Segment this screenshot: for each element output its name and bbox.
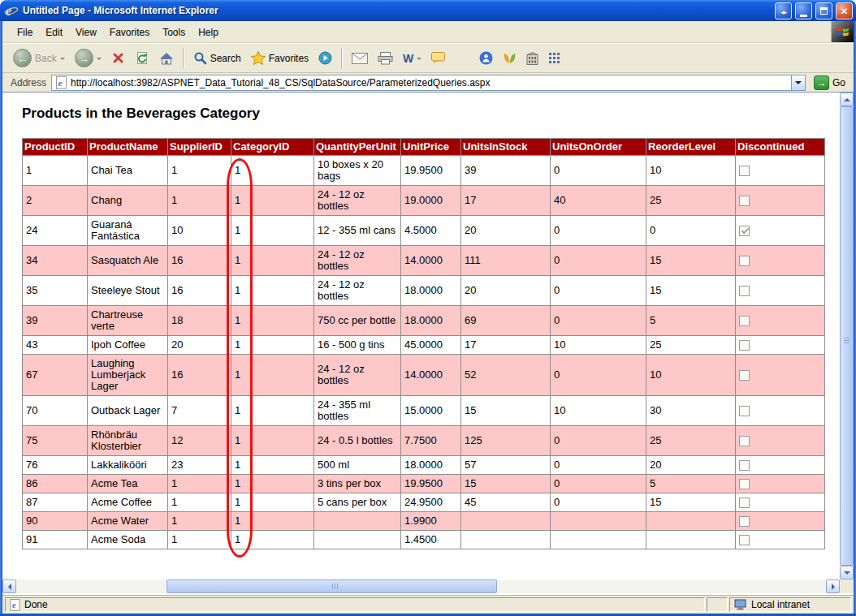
table-cell: 4.5000 — [401, 216, 461, 246]
vertical-scroll-thumb[interactable] — [840, 106, 854, 566]
scroll-down-button[interactable] — [840, 566, 854, 579]
table-cell: 1 — [231, 475, 314, 493]
horizontal-scroll-thumb[interactable] — [166, 579, 497, 593]
window-maximize-button[interactable] — [815, 2, 832, 19]
menu-item-tools[interactable]: Tools — [156, 24, 192, 41]
stop-button[interactable] — [107, 49, 129, 67]
vertical-scrollbar[interactable] — [840, 93, 854, 579]
address-input[interactable]: e http://localhost:3982/ASPNET_Data_Tuto… — [51, 75, 806, 91]
address-dropdown-button[interactable] — [791, 75, 805, 90]
table-cell: 0 — [551, 216, 646, 246]
discontinued-cell — [736, 216, 825, 246]
table-cell: 1 — [231, 531, 314, 549]
favorites-icon — [251, 51, 266, 65]
table-cell: 7.7500 — [401, 426, 461, 456]
window-title: Untitled Page - Microsoft Internet Explo… — [23, 5, 218, 16]
search-button[interactable]: Search — [189, 49, 245, 67]
home-icon — [159, 52, 174, 65]
table-cell: 1 — [231, 456, 314, 475]
discontinued-checkbox — [739, 498, 750, 508]
horizontal-scrollbar[interactable] — [2, 579, 840, 593]
menu-item-file[interactable]: File — [11, 24, 39, 41]
scroll-up-button[interactable] — [840, 93, 854, 106]
table-cell: 0 — [551, 306, 646, 336]
table-cell: 24 - 12 oz bottles — [314, 355, 401, 396]
media-button[interactable] — [314, 49, 336, 67]
table-cell: 87 — [23, 493, 88, 512]
table-cell: 1.9900 — [401, 512, 461, 531]
table-cell — [551, 531, 646, 549]
page-content: Products in the Beverages Category Produ… — [2, 93, 854, 595]
print-button[interactable] — [374, 50, 397, 67]
go-label: Go — [832, 77, 845, 88]
home-button[interactable] — [155, 50, 178, 67]
table-cell: 500 ml — [314, 456, 401, 475]
table-cell: 19.9500 — [401, 475, 461, 493]
grid-icon — [548, 52, 560, 64]
window-minimize-button[interactable] — [795, 2, 812, 19]
window-controls — [775, 2, 853, 19]
discontinued-checkbox — [739, 535, 750, 545]
table-cell: Acme Tea — [88, 475, 168, 493]
research-button[interactable] — [522, 50, 543, 67]
toolbar: Back Search Favorites — [2, 43, 854, 73]
computer-icon — [734, 599, 747, 610]
status-pane-spacer — [707, 597, 728, 612]
messenger-button[interactable] — [475, 49, 497, 67]
table-cell: Outback Lager — [88, 396, 168, 426]
forward-button[interactable] — [71, 46, 106, 70]
table-cell: 45 — [461, 493, 551, 512]
stop-icon — [111, 51, 125, 65]
table-cell: 15 — [646, 493, 736, 512]
refresh-button[interactable] — [131, 49, 153, 67]
table-cell: Acme Soda — [88, 531, 168, 549]
discontinued-cell — [736, 426, 825, 456]
menu-item-edit[interactable]: Edit — [39, 24, 69, 41]
discontinued-cell — [736, 475, 825, 493]
edit-button[interactable] — [399, 49, 426, 68]
svg-text:e: e — [58, 78, 63, 88]
column-header-categoryid: CategoryID — [231, 139, 314, 156]
table-cell: 0 — [551, 156, 646, 186]
table-cell — [551, 512, 646, 531]
table-cell: 18.0000 — [401, 306, 461, 336]
window-close-button[interactable] — [836, 2, 853, 19]
window-arrows-button[interactable] — [775, 2, 792, 19]
table-cell: 34 — [23, 246, 88, 276]
table-cell: 15 — [646, 246, 736, 276]
discontinued-cell — [736, 355, 825, 396]
ie-window: e Untitled Page - Microsoft Internet Exp… — [0, 0, 856, 616]
menu-item-view[interactable]: View — [69, 24, 103, 41]
discontinued-cell — [736, 306, 825, 336]
grid-button[interactable] — [544, 50, 564, 67]
mail-button[interactable] — [348, 50, 372, 67]
column-header-unitsinstock: UnitsInStock — [461, 139, 551, 156]
windows-logo-icon — [831, 21, 854, 42]
arrow-left-icon — [5, 584, 11, 590]
table-cell: Chartreuse verte — [88, 306, 168, 336]
search-label: Search — [210, 53, 241, 64]
table-cell: 75 — [23, 426, 88, 456]
scroll-right-button[interactable] — [826, 579, 840, 593]
menu-item-favorites[interactable]: Favorites — [103, 24, 156, 41]
table-cell: 10 boxes x 20 bags — [314, 156, 401, 186]
table-cell: 1 — [168, 156, 231, 186]
discuss-button[interactable] — [427, 50, 449, 67]
msn-button[interactable] — [499, 50, 521, 67]
table-cell: 0 — [551, 355, 646, 396]
discontinued-cell — [736, 396, 825, 426]
menu-item-help[interactable]: Help — [192, 24, 225, 41]
table-cell: 18.0000 — [401, 456, 461, 475]
go-button[interactable]: Go — [811, 75, 849, 91]
discontinued-checkbox — [739, 166, 750, 176]
table-cell: Lakkalikööri — [88, 456, 168, 475]
table-cell: 0 — [551, 456, 646, 475]
discontinued-checkbox — [739, 370, 750, 381]
table-row: 90Acme Water111.9900 — [23, 512, 825, 531]
scroll-left-button[interactable] — [2, 579, 16, 593]
edit-word-icon — [403, 51, 413, 66]
table-cell: 1 — [231, 276, 314, 306]
table-cell: 1 — [231, 306, 314, 336]
back-button[interactable]: Back — [9, 46, 69, 70]
favorites-button[interactable]: Favorites — [247, 49, 313, 67]
